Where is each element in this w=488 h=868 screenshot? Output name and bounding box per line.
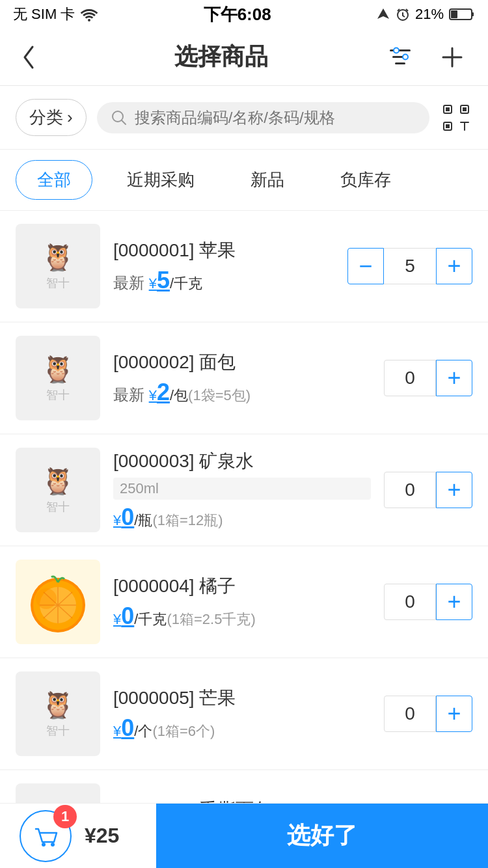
- price-num: 0: [121, 504, 134, 530]
- back-button[interactable]: [20, 38, 59, 77]
- product-price: ¥0/个(1箱=6个): [113, 714, 371, 742]
- status-bar: 无 SIM 卡 下午6:08 21%: [0, 0, 488, 29]
- tab-recent[interactable]: 近期采购: [105, 160, 216, 200]
- cart-icon: [31, 821, 61, 851]
- qty-control: +: [384, 696, 472, 732]
- product-list: 🦉 智十 [0000001] 苹果 最新 ¥5/千克 − + 🦉 智十 [000…: [0, 211, 488, 868]
- qty-control: +: [384, 360, 472, 396]
- product-price: ¥0/千克(1箱=2.5千克): [113, 603, 371, 630]
- product-price: 最新 ¥5/千克: [113, 267, 334, 294]
- category-label: 分类: [29, 106, 63, 129]
- owl-placeholder: 🦉 智十: [42, 466, 74, 515]
- price-num: 2: [157, 379, 170, 405]
- tab-negative[interactable]: 负库存: [319, 160, 413, 200]
- alarm-icon: [396, 7, 410, 21]
- category-button[interactable]: 分类 ›: [16, 99, 87, 136]
- owl-placeholder: 🦉 智十: [42, 354, 74, 403]
- qty-plus-button[interactable]: +: [436, 696, 472, 732]
- nav-bar: 选择商品: [0, 29, 488, 86]
- qty-input[interactable]: [384, 248, 436, 284]
- price-label: 最新: [113, 274, 144, 292]
- cart-section: 1 ¥25: [0, 810, 156, 862]
- svg-point-7: [394, 47, 399, 53]
- product-price: 最新 ¥2/包(1袋=5包): [113, 379, 371, 406]
- product-spec: 250ml: [113, 478, 371, 500]
- price-unit: /千克: [170, 275, 202, 292]
- product-info: [0000004] 橘子 ¥0/千克(1箱=2.5千克): [113, 574, 371, 630]
- qty-plus-button[interactable]: +: [436, 248, 472, 284]
- svg-rect-4: [390, 49, 411, 51]
- cart-icon-button[interactable]: 1: [20, 810, 72, 862]
- svg-point-20: [42, 843, 46, 847]
- nav-actions: [384, 41, 468, 74]
- owl-placeholder: 🦉 智十: [42, 242, 74, 291]
- cart-total: ¥25: [85, 824, 119, 848]
- product-image: 🦉 智十: [16, 336, 100, 420]
- price-detail: (1箱=2.5千克): [167, 611, 255, 627]
- scan-button[interactable]: [440, 102, 472, 134]
- qty-input[interactable]: [384, 696, 436, 732]
- product-image: 🦉 智十: [16, 671, 100, 756]
- tab-new[interactable]: 新品: [229, 160, 306, 200]
- battery-icon: [449, 7, 475, 21]
- svg-point-8: [403, 54, 408, 59]
- list-item: 🦉 智十 [0000002] 面包 最新 ¥2/包(1袋=5包) +: [0, 323, 488, 433]
- product-name: [0000005] 芒果: [113, 686, 371, 711]
- qty-control: +: [384, 472, 472, 508]
- svg-rect-15: [446, 124, 450, 128]
- product-price: ¥0/瓶(1箱=12瓶): [113, 504, 371, 531]
- price-unit: /千克: [134, 611, 167, 627]
- search-input[interactable]: [135, 109, 416, 127]
- bottom-bar: 1 ¥25 选好了: [0, 803, 488, 868]
- price-currency: ¥: [149, 387, 157, 403]
- price-unit: /个: [134, 723, 152, 739]
- svg-rect-6: [395, 62, 405, 64]
- search-input-wrap[interactable]: [97, 102, 429, 133]
- tab-all[interactable]: 全部: [16, 160, 92, 200]
- qty-input[interactable]: [384, 472, 436, 508]
- list-item: [0000004] 橘子 ¥0/千克(1箱=2.5千克) +: [0, 547, 488, 657]
- status-time: 下午6:08: [204, 3, 271, 26]
- price-unit: /包: [170, 387, 188, 403]
- product-image: 🦉 智十: [16, 224, 100, 308]
- battery-percent: 21%: [415, 6, 444, 23]
- page-title: 选择商品: [174, 41, 268, 73]
- svg-rect-2: [451, 10, 457, 18]
- price-currency: ¥: [149, 275, 157, 292]
- product-info: [0000003] 矿泉水 250ml ¥0/瓶(1箱=12瓶): [113, 449, 371, 531]
- list-item: 🦉 智十 [0000003] 矿泉水 250ml ¥0/瓶(1箱=12瓶) +: [0, 435, 488, 545]
- svg-point-19: [36, 588, 57, 609]
- product-name: [0000004] 橘子: [113, 574, 371, 599]
- price-unit: /瓶: [134, 512, 152, 528]
- carrier-text: 无 SIM 卡: [13, 5, 75, 24]
- product-info: [0000002] 面包 最新 ¥2/包(1袋=5包): [113, 350, 371, 406]
- qty-input[interactable]: [384, 584, 436, 620]
- qty-plus-button[interactable]: +: [436, 360, 472, 396]
- price-currency: ¥: [113, 512, 121, 528]
- qty-control: +: [384, 584, 472, 620]
- add-button[interactable]: [436, 41, 468, 74]
- product-image: 🦉 智十: [16, 448, 100, 532]
- status-right: 21%: [376, 6, 475, 23]
- product-name: [0000003] 矿泉水: [113, 449, 371, 474]
- search-icon: [110, 109, 128, 127]
- location-icon: [376, 7, 390, 21]
- qty-plus-button[interactable]: +: [436, 584, 472, 620]
- svg-rect-3: [472, 12, 474, 16]
- price-detail: (1袋=5包): [188, 387, 251, 403]
- owl-placeholder: 🦉 智十: [42, 690, 74, 739]
- confirm-button[interactable]: 选好了: [156, 804, 488, 868]
- qty-input[interactable]: [384, 360, 436, 396]
- qty-plus-button[interactable]: +: [436, 472, 472, 508]
- qty-minus-button[interactable]: −: [347, 248, 384, 284]
- filter-tabs: 全部 近期采购 新品 负库存: [0, 150, 488, 211]
- price-num: 0: [121, 603, 134, 629]
- price-currency: ¥: [113, 723, 121, 739]
- list-item: 🦉 智十 [0000005] 芒果 ¥0/个(1箱=6个) +: [0, 658, 488, 769]
- list-item: 🦉 智十 [0000001] 苹果 最新 ¥5/千克 − +: [0, 211, 488, 321]
- price-detail: (1箱=6个): [152, 723, 215, 739]
- price-num: 0: [121, 714, 134, 741]
- product-info: [0000005] 芒果 ¥0/个(1箱=6个): [113, 686, 371, 742]
- product-image: [16, 560, 100, 644]
- filter-button[interactable]: [384, 41, 416, 74]
